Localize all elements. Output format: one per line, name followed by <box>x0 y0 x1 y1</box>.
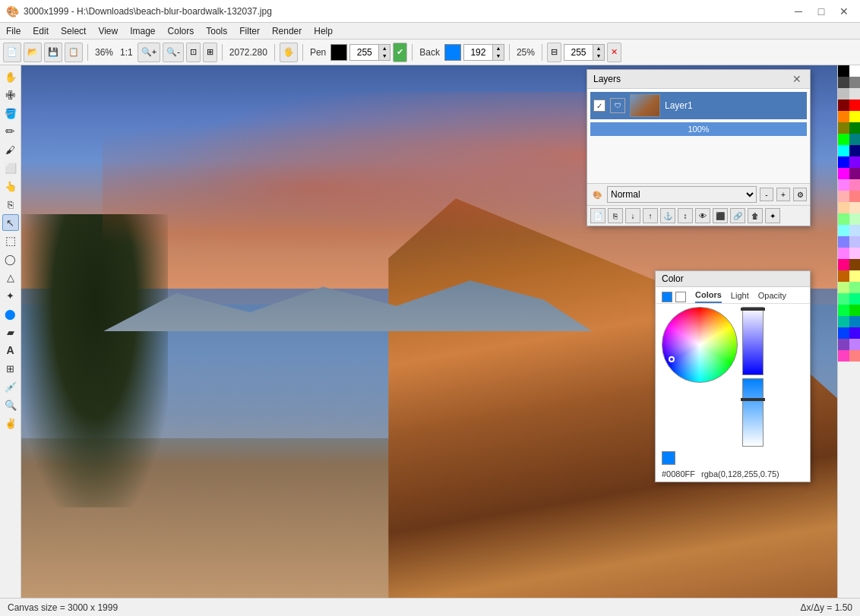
maximize-button[interactable]: □ <box>811 4 831 19</box>
palette-color-50[interactable] <box>838 350 849 362</box>
grid-btn[interactable]: ⊞ <box>2 360 19 377</box>
color-fg-icon[interactable] <box>662 292 672 302</box>
palette-color-7[interactable] <box>849 100 861 111</box>
menu-edit[interactable]: Edit <box>27 24 55 38</box>
tb-open-button[interactable]: 📂 <box>24 43 42 62</box>
palette-color-51[interactable] <box>849 350 861 362</box>
opacity-slider-handle[interactable] <box>741 398 765 401</box>
layers-settings-btn[interactable]: ⚙ <box>793 188 807 201</box>
zoom-out-button[interactable]: 🔍- <box>163 43 184 62</box>
right-value-input[interactable] <box>564 44 593 61</box>
export-layer-btn[interactable]: ↑ <box>643 208 658 223</box>
palette-color-10[interactable] <box>838 122 849 134</box>
grid-button[interactable]: ⊞ <box>203 43 217 62</box>
tb-clear-button[interactable]: ✕ <box>607 43 621 62</box>
menu-tools[interactable]: Tools <box>200 24 233 38</box>
palette-color-37[interactable] <box>849 270 861 282</box>
blend-mode-select[interactable]: Normal <box>607 186 757 203</box>
palette-color-38[interactable] <box>838 282 849 293</box>
palette-color-32[interactable] <box>838 248 849 259</box>
color-wheel[interactable] <box>662 307 738 383</box>
zoom-fit-button[interactable]: ⊡ <box>186 43 201 62</box>
anchor-layer-btn[interactable]: ⚓ <box>660 208 675 223</box>
back-value-down[interactable]: ▼ <box>493 52 504 60</box>
menu-image[interactable]: Image <box>124 24 161 38</box>
palette-color-17[interactable] <box>849 156 861 168</box>
merge-visible-btn[interactable]: 👁 <box>695 208 710 223</box>
palette-color-49[interactable] <box>849 339 861 350</box>
zoom-btn[interactable]: 🔍 <box>2 396 19 413</box>
palette-color-35[interactable] <box>849 259 861 270</box>
palette-color-15[interactable] <box>849 145 861 156</box>
palette-color-42[interactable] <box>838 305 849 316</box>
blue-slider[interactable] <box>742 307 764 375</box>
palette-color-9[interactable] <box>849 111 861 122</box>
gradient-btn[interactable]: ▰ <box>2 324 19 340</box>
magic-wand-btn[interactable]: ✦ <box>2 287 19 304</box>
ellipse-select-btn[interactable]: ◯ <box>2 251 19 267</box>
tb-copy-button[interactable]: 📋 <box>65 43 83 62</box>
active-color-swatch[interactable] <box>662 451 675 465</box>
eraser-btn[interactable]: ⬜ <box>2 160 19 176</box>
menu-file[interactable]: File <box>0 24 27 38</box>
clone-btn[interactable]: ⎘ <box>2 196 19 213</box>
pen-ok-button[interactable]: ✔ <box>393 43 407 62</box>
palette-color-34[interactable] <box>838 259 849 270</box>
palette-color-20[interactable] <box>838 179 849 191</box>
import-layer-btn[interactable]: ↓ <box>625 208 640 223</box>
palette-color-44[interactable] <box>838 316 849 327</box>
palette-color-16[interactable] <box>838 156 849 168</box>
right-value-down[interactable]: ▼ <box>593 52 604 60</box>
zoom-in-layers-btn[interactable]: + <box>776 188 790 201</box>
palette-color-14[interactable] <box>838 145 849 156</box>
pen-color-box[interactable] <box>330 44 347 61</box>
tab-colors[interactable]: Colors <box>695 290 722 303</box>
rect-select-btn[interactable]: ⬚ <box>2 232 19 249</box>
tab-opacity[interactable]: Opacity <box>758 291 786 302</box>
palette-color-5[interactable] <box>849 88 861 100</box>
color-bg-icon[interactable] <box>675 292 686 302</box>
palette-color-30[interactable] <box>838 236 849 248</box>
palette-color-3[interactable] <box>849 77 861 88</box>
palette-color-36[interactable] <box>838 270 849 282</box>
palette-color-6[interactable] <box>838 100 849 111</box>
palette-color-1[interactable] <box>849 65 861 77</box>
back-color-box[interactable] <box>444 44 461 61</box>
blue-slider-handle[interactable] <box>741 308 765 311</box>
zoom-out-layers-btn[interactable]: - <box>760 188 773 201</box>
palette-color-13[interactable] <box>849 134 861 145</box>
palette-color-31[interactable] <box>849 236 861 248</box>
close-button[interactable]: ✕ <box>834 4 854 19</box>
palette-color-45[interactable] <box>849 316 861 327</box>
palette-color-8[interactable] <box>838 111 849 122</box>
palette-color-27[interactable] <box>849 213 861 225</box>
menu-select[interactable]: Select <box>55 24 92 38</box>
palette-color-11[interactable] <box>849 122 861 134</box>
delete-layer-btn[interactable]: 🗑 <box>748 208 763 223</box>
eyedropper-btn[interactable]: 💉 <box>2 378 19 395</box>
back-value-input[interactable] <box>463 44 492 61</box>
tab-light[interactable]: Light <box>731 291 749 302</box>
merge-down-btn[interactable]: ↕ <box>678 208 693 223</box>
pen-value-up[interactable]: ▲ <box>379 45 390 52</box>
palette-color-0[interactable] <box>838 65 849 77</box>
palette-color-23[interactable] <box>849 191 861 202</box>
canvas-area[interactable]: Layers ✕ ✓ 🛡 Layer1 100% 🎨 <box>21 65 837 598</box>
pan-tool-btn[interactable]: ✋ <box>2 68 19 85</box>
palette-color-40[interactable] <box>838 293 849 305</box>
palette-color-29[interactable] <box>849 225 861 236</box>
link-layer-btn[interactable]: 🔗 <box>730 208 745 223</box>
menu-view[interactable]: View <box>92 24 124 38</box>
palette-color-43[interactable] <box>849 305 861 316</box>
pen-value-down[interactable]: ▼ <box>379 52 390 60</box>
palette-color-12[interactable] <box>838 134 849 145</box>
menu-colors[interactable]: Colors <box>162 24 201 38</box>
layer-visibility-check[interactable]: ✓ <box>593 100 605 112</box>
palette-color-18[interactable] <box>838 168 849 179</box>
smudge-btn[interactable]: 👆 <box>2 178 19 194</box>
flatten-btn[interactable]: ⬛ <box>713 208 728 223</box>
palette-color-24[interactable] <box>838 202 849 213</box>
menu-filter[interactable]: Filter <box>233 24 266 38</box>
palette-color-19[interactable] <box>849 168 861 179</box>
palette-color-22[interactable] <box>838 191 849 202</box>
